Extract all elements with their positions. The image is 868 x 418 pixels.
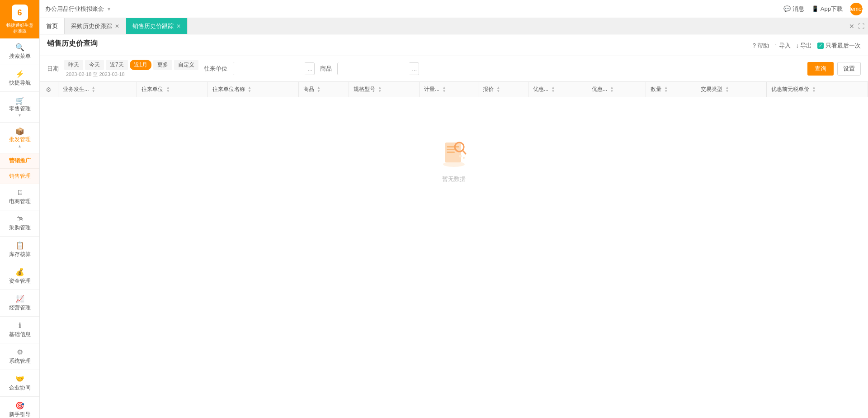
th-spec[interactable]: 规格型号 ▲▼ bbox=[349, 82, 419, 97]
partner-label: 往来单位 bbox=[204, 65, 227, 73]
newbie-icon: 🎯 bbox=[15, 401, 24, 410]
main-content: 办公用品行业模拟账套 ▾ 💬 消息 📱 App下载 demo2 首页 采购历史价… bbox=[40, 0, 868, 418]
ecommerce-icon: 🖥 bbox=[16, 189, 24, 197]
retail-arrow-icon: ▾ bbox=[19, 113, 21, 118]
date-range-display: 2023-02-18 至 2023-03-18 bbox=[66, 71, 198, 78]
sidebar-item-sys-mgmt[interactable]: ⚙ 系统管理 bbox=[0, 343, 39, 370]
th-quote[interactable]: 报价 ▲▼ bbox=[478, 82, 528, 97]
sidebar-item-wholesale-mgmt[interactable]: 📦 批发管理 ▴ bbox=[0, 123, 39, 153]
sidebar-item-purchase[interactable]: 🛍 采购管理 bbox=[0, 210, 39, 237]
table-settings-gear-icon[interactable]: ⚙ bbox=[46, 86, 52, 93]
partner-input[interactable] bbox=[233, 62, 306, 75]
export-icon: ↓ bbox=[796, 42, 799, 49]
sidebar: 6 畅捷通好生意 标准版 🔍 搜索菜单 ⚡ 快捷导航 🛒 零售管理 ▾ 📦 批发… bbox=[0, 0, 40, 418]
svg-rect-4 bbox=[447, 152, 455, 153]
th-biz-date[interactable]: 业务发生... ▲▼ bbox=[58, 82, 137, 97]
only-last-once[interactable]: 只看最后一次 bbox=[817, 42, 861, 50]
sidebar-item-basic-info[interactable]: ℹ 基础信息 bbox=[0, 317, 39, 343]
sort-arrows-biz-date: ▲▼ bbox=[92, 86, 95, 93]
sort-arrows-pretax-price: ▲▼ bbox=[812, 86, 816, 93]
sidebar-item-finance[interactable]: 💰 资金管理 bbox=[0, 263, 39, 290]
sidebar-item-quick-nav[interactable]: ⚡ 快捷导航 bbox=[0, 65, 39, 92]
query-button[interactable]: 查询 bbox=[807, 62, 834, 76]
empty-state: 暂无数据 bbox=[40, 97, 868, 219]
sidebar-item-search-menu[interactable]: 🔍 搜索菜单 bbox=[0, 38, 39, 65]
logo-icon: 6 bbox=[12, 5, 28, 21]
date-btn-today[interactable]: 今天 bbox=[85, 60, 104, 70]
th-trade-type[interactable]: 交易类型 ▲▼ bbox=[696, 82, 767, 97]
help-action[interactable]: ? 帮助 bbox=[753, 42, 769, 50]
export-action[interactable]: ↓ 导出 bbox=[796, 42, 812, 50]
partner-input-group: ... bbox=[233, 62, 315, 75]
quick-nav-icon: ⚡ bbox=[15, 70, 24, 78]
data-table: ⚙ 业务发生... ▲▼ 往来单位 ▲▼ 往来单位名称 ▲▼ bbox=[40, 82, 868, 97]
th-partner-name[interactable]: 往来单位名称 ▲▼ bbox=[208, 82, 298, 97]
th-discount1[interactable]: 优惠... ▲▼ bbox=[528, 82, 587, 97]
filter-bar: 日期 昨天 今天 近7天 近1月 更多 自定义 2023-02-18 至 202… bbox=[40, 56, 868, 82]
retail-icon: 🛒 bbox=[15, 96, 24, 105]
import-action[interactable]: ↑ 导入 bbox=[774, 42, 791, 50]
app-download-action[interactable]: 📱 App下载 bbox=[811, 5, 843, 13]
wholesale-icon: 📦 bbox=[15, 127, 24, 136]
sidebar-item-retail-mgmt[interactable]: 🛒 零售管理 ▾ bbox=[0, 92, 39, 123]
topbar-left: 办公用品行业模拟账套 ▾ bbox=[45, 5, 110, 13]
tab-home[interactable]: 首页 bbox=[40, 18, 65, 34]
th-pretax-price[interactable]: 优惠前无税单价 ▲▼ bbox=[767, 82, 868, 97]
finance-icon: 💰 bbox=[15, 268, 24, 276]
import-icon: ↑ bbox=[774, 42, 778, 49]
date-btn-last7days[interactable]: 近7天 bbox=[106, 60, 128, 70]
date-btn-last1month[interactable]: 近1月 bbox=[130, 60, 152, 70]
wholesale-arrow-icon: ▴ bbox=[19, 143, 21, 148]
sort-arrows-discount2: ▲▼ bbox=[610, 86, 613, 93]
tab-sales-history[interactable]: 销售历史价跟踪 ✕ bbox=[126, 18, 188, 34]
sidebar-item-newbie[interactable]: 🎯 新手引导 bbox=[0, 397, 39, 418]
app-logo[interactable]: 6 畅捷通好生意 标准版 bbox=[0, 0, 39, 38]
close-all-btn[interactable]: ✕ bbox=[849, 23, 854, 30]
th-qty[interactable]: 数量 ▲▼ bbox=[646, 82, 696, 97]
help-icon: ? bbox=[753, 42, 756, 49]
page-content: 销售历史价查询 ? 帮助 ↑ 导入 ↓ 导出 bbox=[40, 34, 868, 418]
fullscreen-btn[interactable]: ⛶ bbox=[858, 23, 864, 30]
partner-dots[interactable]: ... bbox=[306, 66, 314, 72]
empty-text: 暂无数据 bbox=[442, 175, 466, 183]
sidebar-item-inventory[interactable]: 📋 库存核算 bbox=[0, 237, 39, 263]
tabbar: 首页 采购历史价跟踪 ✕ 销售历史价跟踪 ✕ ✕ ⛶ bbox=[40, 18, 868, 34]
th-partner-code[interactable]: 往来单位 ▲▼ bbox=[137, 82, 208, 97]
goods-input[interactable] bbox=[338, 62, 410, 75]
th-goods[interactable]: 商品 ▲▼ bbox=[298, 82, 349, 97]
table-area: ⚙ 业务发生... ▲▼ 往来单位 ▲▼ 往来单位名称 ▲▼ bbox=[40, 82, 868, 418]
sidebar-item-enterprise[interactable]: 🤝 企业协同 bbox=[0, 370, 39, 397]
th-unit[interactable]: 计量... ▲▼ bbox=[420, 82, 478, 97]
page-title: 销售历史价查询 bbox=[47, 39, 98, 48]
date-btn-custom[interactable]: 自定义 bbox=[174, 60, 198, 70]
date-btn-more[interactable]: 更多 bbox=[153, 60, 172, 70]
message-icon: 💬 bbox=[783, 5, 791, 12]
enterprise-icon: 🤝 bbox=[15, 375, 24, 383]
user-avatar[interactable]: demo2 bbox=[850, 3, 863, 15]
topbar: 办公用品行业模拟账套 ▾ 💬 消息 📱 App下载 demo2 bbox=[40, 0, 868, 18]
svg-rect-2 bbox=[447, 146, 459, 147]
th-discount2[interactable]: 优惠... ▲▼ bbox=[587, 82, 646, 97]
sidebar-item-ops-mgmt[interactable]: 📈 经营管理 bbox=[0, 290, 39, 317]
search-icon: 🔍 bbox=[15, 43, 24, 52]
action-buttons: 查询 设置 bbox=[807, 62, 861, 76]
empty-icon bbox=[436, 133, 472, 170]
goods-dots[interactable]: ... bbox=[410, 66, 419, 72]
tab-sales-close[interactable]: ✕ bbox=[176, 23, 181, 29]
tab-purchase-history[interactable]: 采购历史价跟踪 ✕ bbox=[65, 18, 126, 34]
message-action[interactable]: 💬 消息 bbox=[783, 5, 804, 13]
sort-arrows-qty: ▲▼ bbox=[664, 86, 668, 93]
sys-icon: ⚙ bbox=[17, 348, 23, 356]
tab-purchase-close[interactable]: ✕ bbox=[115, 23, 119, 29]
only-last-checkbox[interactable] bbox=[817, 43, 824, 49]
table-header: ⚙ 业务发生... ▲▼ 往来单位 ▲▼ 往来单位名称 ▲▼ bbox=[40, 82, 868, 97]
date-btn-yesterday[interactable]: 昨天 bbox=[64, 60, 83, 70]
tabbar-actions: ✕ ⛶ bbox=[845, 18, 868, 34]
title-dropdown-icon[interactable]: ▾ bbox=[108, 6, 110, 12]
sidebar-subitem-sales-mgmt[interactable]: 销售管理 bbox=[0, 169, 39, 184]
settings-button[interactable]: 设置 bbox=[837, 62, 861, 76]
sidebar-item-ecommerce[interactable]: 🖥 电商管理 bbox=[0, 184, 39, 210]
sidebar-subitem-marketing[interactable]: 营销推广 bbox=[0, 153, 39, 169]
goods-label: 商品 bbox=[320, 65, 332, 73]
sort-arrows-goods: ▲▼ bbox=[317, 86, 321, 93]
